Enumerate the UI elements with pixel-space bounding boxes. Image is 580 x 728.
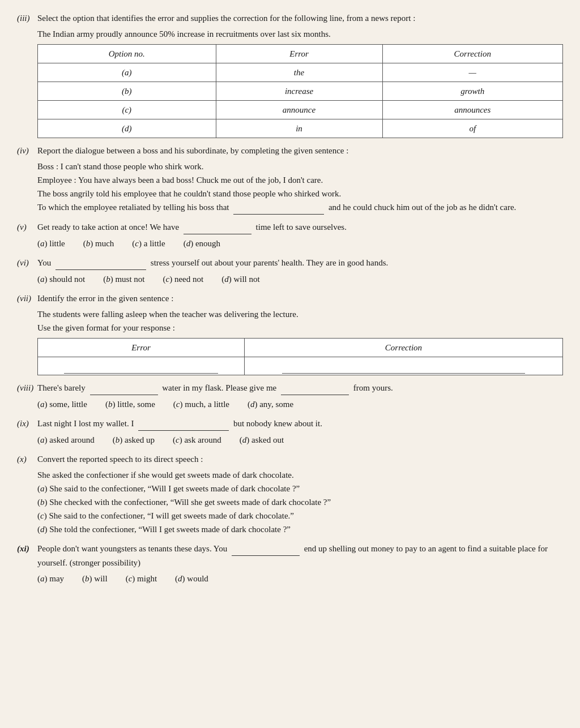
question-iii: (iii) Select the option that identifies …: [17, 11, 563, 138]
table-row: (a) the —: [38, 63, 563, 82]
q-v-options: (a) little (b) much (c) a little (d) eno…: [17, 237, 563, 250]
q-viii-num: (viii): [17, 381, 37, 395]
option-vi-c: (c) need not: [163, 272, 204, 286]
option-v-b: (b) much: [83, 237, 114, 250]
option-xi-c: (c) might: [126, 572, 157, 585]
option-v-a: (a) little: [37, 237, 65, 250]
q-vii-table: Error Correction: [37, 338, 563, 375]
table-row: (b) increase growth: [38, 82, 563, 101]
q-xi-options: (a) may (b) will (c) might (d) would: [17, 572, 563, 585]
option-viii-d: (d) any, some: [248, 397, 293, 411]
q-vi-num: (vi): [17, 256, 37, 269]
q-xi-num: (xi): [17, 542, 37, 555]
error-line: [64, 359, 218, 374]
q-iv-blank: [233, 200, 324, 215]
q-vii-instruction: Identify the error in the given sentence…: [37, 292, 563, 305]
q-iv-instruction: Report the dialogue between a boss and h…: [37, 144, 563, 157]
q-x-options: (a) She said to the confectioner, “Will …: [17, 482, 563, 536]
option-v-c: (c) a little: [132, 237, 165, 250]
option-x-a: (a) She said to the confectioner, “Will …: [37, 482, 563, 495]
option-xi-a: (a) may: [37, 572, 64, 585]
q-x-instruction: Convert the reported speech to its direc…: [37, 452, 563, 466]
q-iv-boss: Boss : I can't stand those people who sh…: [17, 160, 563, 173]
question-v: (v) Get ready to take action at once! We…: [17, 220, 563, 250]
q-vi-instruction: You stress yourself out about your paren…: [37, 256, 563, 270]
option-vi-d: (d) will not: [221, 272, 260, 286]
q-viii-options: (a) some, little (b) little, some (c) mu…: [17, 397, 563, 411]
col-header-error: Error: [216, 45, 382, 63]
q-vi-blank: [56, 256, 146, 270]
option-ix-a: (a) asked around: [37, 433, 95, 447]
option-v-d: (d) enough: [184, 237, 220, 250]
q-viii-blank1: [90, 381, 158, 395]
q-xi-blank: [232, 542, 300, 556]
option-ix-b: (b) asked up: [113, 433, 155, 447]
option-ix-c: (c) ask around: [173, 433, 221, 447]
q-viii-blank2: [281, 381, 349, 395]
option-vi-a: (a) should not: [37, 272, 85, 286]
col-header-option: Option no.: [38, 45, 216, 63]
q-iv-line1: The boss angrily told his employee that …: [17, 187, 563, 200]
option-xi-b: (b) will: [82, 572, 108, 585]
q-vi-options: (a) should not (b) must not (c) need not…: [17, 272, 563, 286]
col-header-correction: Correction: [382, 45, 563, 63]
option-viii-c: (c) much, a little: [173, 397, 229, 411]
q-ix-options: (a) asked around (b) asked up (c) ask ar…: [17, 433, 563, 447]
q-vii-format-instruction: Use the given format for your response :: [17, 321, 563, 335]
option-vi-b: (b) must not: [103, 272, 144, 286]
option-xi-d: (d) would: [175, 572, 208, 585]
q-v-num: (v): [17, 220, 37, 234]
option-viii-b: (b) little, some: [105, 397, 155, 411]
q-iii-table: Option no. Error Correction (a) the — (b…: [37, 44, 563, 138]
col-header-correction2: Correction: [244, 339, 562, 357]
question-xi: (xi) People don't want youngsters as ten…: [17, 542, 563, 585]
option-viii-a: (a) some, little: [37, 397, 87, 411]
q-iii-num: (iii): [17, 11, 37, 25]
q-iii-sentence: The Indian army proudly announce 50% inc…: [17, 27, 563, 41]
question-x: (x) Convert the reported speech to its d…: [17, 452, 563, 536]
table-row: [38, 357, 563, 375]
q-ix-instruction: Last night I lost my wallet. I but nobod…: [37, 417, 563, 431]
q-x-num: (x): [17, 452, 37, 466]
q-ix-blank: [138, 417, 229, 431]
q-vii-table-container: Error Correction: [17, 338, 563, 375]
q-v-blank: [184, 220, 251, 234]
q-x-sentence: She asked the confectioner if she would …: [17, 468, 563, 482]
col-header-error2: Error: [38, 339, 245, 357]
q-v-instruction: Get ready to take action at once! We hav…: [37, 220, 563, 234]
q-iii-instruction: Select the option that identifies the er…: [37, 11, 563, 25]
table-row: (d) in of: [38, 119, 563, 138]
q-iii-table-container: Option no. Error Correction (a) the — (b…: [17, 44, 563, 138]
question-iv: (iv) Report the dialogue between a boss …: [17, 144, 563, 215]
question-ix: (ix) Last night I lost my wallet. I but …: [17, 417, 563, 447]
q-iv-line2: To which the employee retaliated by tell…: [17, 200, 563, 215]
q-viii-instruction: There's barely water in my flask. Please…: [37, 381, 563, 395]
option-ix-d: (d) asked out: [240, 433, 284, 447]
q-iv-num: (iv): [17, 144, 37, 157]
question-viii: (viii) There's barely water in my flask.…: [17, 381, 563, 411]
q-vii-num: (vii): [17, 292, 37, 305]
question-vi: (vi) You stress yourself out about your …: [17, 256, 563, 286]
correction-line: [282, 359, 526, 374]
option-x-d: (d) She told the confectioner, “Will I g…: [37, 523, 563, 536]
question-vii: (vii) Identify the error in the given se…: [17, 292, 563, 375]
q-vii-sentence: The students were falling asleep when th…: [17, 307, 563, 321]
option-x-b: (b) She checked with the confectioner, “…: [37, 495, 563, 509]
q-xi-instruction: People don't want youngsters as tenants …: [37, 542, 563, 569]
q-iv-employee: Employee : You have always been a bad bo…: [17, 173, 563, 187]
table-row: (c) announce announces: [38, 101, 563, 119]
option-x-c: (c) She said to the confectioner, “I wil…: [37, 509, 563, 523]
q-ix-num: (ix): [17, 417, 37, 430]
